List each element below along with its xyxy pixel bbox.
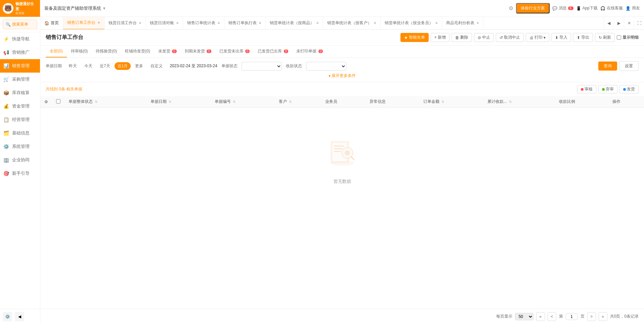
solution-button[interactable]: 体验行业方案: [516, 3, 550, 13]
tab-close-sales-product[interactable]: ✕: [316, 21, 319, 25]
status-filter-select[interactable]: [242, 62, 282, 71]
sidebar-item-system[interactable]: ⚙️ 系统管理: [0, 140, 40, 153]
dropdown-icon[interactable]: ▾: [103, 6, 105, 11]
query-button[interactable]: 查询: [598, 62, 617, 71]
tab-sales-workbench[interactable]: 销售订单工作台 ✕: [63, 17, 104, 30]
sidebar-item-basic[interactable]: 🗂️ 基础信息: [0, 126, 40, 140]
ship-button[interactable]: 发货: [619, 85, 639, 93]
sort-date-icon[interactable]: ⇅: [169, 100, 171, 104]
expand-icon: ▾: [329, 74, 331, 78]
subtab-shipped-not-out[interactable]: 已发货未出库 0: [215, 46, 254, 57]
message-button[interactable]: 💬 消息 6: [552, 5, 573, 11]
tab-sales-customer[interactable]: 销货单统计表（按客户） ✕: [323, 17, 381, 30]
cancel-stop-button[interactable]: ↺ 取消中止: [496, 33, 524, 42]
tab-maximize[interactable]: ⛶: [634, 17, 644, 30]
tab-close-sales-exec[interactable]: ✕: [259, 21, 261, 25]
tab-sales-stat[interactable]: 销售订单统计表 ✕: [183, 17, 224, 30]
payment-filter-select[interactable]: [306, 62, 346, 71]
app-download-button[interactable]: 📱 App下载: [576, 5, 598, 11]
page-size-select[interactable]: 50 100 200: [515, 313, 533, 320]
subtab-wangpu[interactable]: 旺铺待发货(0): [121, 46, 154, 57]
audit-button[interactable]: 审核: [577, 85, 596, 93]
subtab-not-printed[interactable]: 未打印单据 0: [292, 46, 327, 57]
date-btn-7days[interactable]: 近7天: [97, 62, 113, 70]
next-page-button[interactable]: >: [587, 312, 596, 321]
tab-close-cash-daily[interactable]: ✕: [139, 21, 141, 25]
sort-number-icon[interactable]: ⇅: [233, 100, 235, 104]
page-number-input[interactable]: [566, 313, 578, 320]
unaudit-button[interactable]: 弃审: [598, 85, 617, 93]
col-settings[interactable]: ⚙: [40, 96, 52, 108]
date-btn-today[interactable]: 今天: [81, 62, 95, 70]
col-checkbox[interactable]: [52, 96, 65, 108]
date-btn-more[interactable]: 更多: [132, 62, 146, 70]
delete-button[interactable]: 🗑 删除: [452, 33, 472, 42]
tab-close-margin[interactable]: ✕: [476, 21, 479, 25]
last-page-button[interactable]: »: [599, 312, 607, 321]
tab-margin[interactable]: 商品毛利分析表 ✕: [442, 17, 483, 30]
tab-sales-product[interactable]: 销货单统计表（按商品） ✕: [266, 17, 323, 30]
subtab-shipped-out[interactable]: 已发货已出库 0: [254, 46, 292, 57]
collapse-button[interactable]: ◀: [15, 312, 24, 321]
import-button[interactable]: ⬇ 导入: [551, 33, 571, 42]
date-btn-1month[interactable]: 近1月: [115, 62, 131, 70]
not-printed-badge: 0: [318, 49, 323, 53]
date-range-display: 2023-02-24 至 2023-03-24: [170, 63, 217, 69]
add-button[interactable]: + 新增: [431, 33, 449, 42]
tab-close-sales-workbench[interactable]: ✕: [97, 21, 100, 25]
tab-sales-exec[interactable]: 销售订单执行表 ✕: [224, 17, 266, 30]
sidebar-item-operations[interactable]: 📋 经营管理: [0, 113, 40, 126]
logo-icon: 🐻: [3, 3, 13, 14]
date-btn-yesterday[interactable]: 昨天: [66, 62, 80, 70]
tab-close-sales-customer[interactable]: ✕: [374, 21, 376, 25]
tab-scroll-left[interactable]: ◀: [604, 17, 614, 30]
subtab-overdue[interactable]: 到期未发货 0: [181, 46, 215, 57]
search-menu-button[interactable]: 🔍 搜索菜单: [3, 19, 37, 29]
select-all-checkbox[interactable]: [56, 99, 60, 104]
tab-scroll-right[interactable]: ▶: [614, 17, 624, 30]
tab-sales-staff[interactable]: 销货单统计表（按业务员） ✕: [381, 17, 442, 30]
subtab-all[interactable]: 全部(0): [46, 46, 67, 57]
settings-bottom-button[interactable]: ⚙️: [3, 312, 12, 321]
show-detail-label[interactable]: 显示明细: [617, 35, 639, 40]
smart-create-button[interactable]: ★ 智能生单: [400, 33, 429, 42]
stop-button[interactable]: ⊘ 中止: [474, 33, 494, 42]
show-detail-checkbox[interactable]: [617, 35, 621, 40]
tab-cash-daily[interactable]: 钱货日清工作台 ✕: [104, 17, 146, 30]
print-button[interactable]: 🖨 打印 ▾: [526, 33, 549, 42]
prev-page-button[interactable]: <: [548, 312, 556, 321]
sort-customer-icon[interactable]: ⇅: [289, 100, 292, 104]
sort-amount-icon[interactable]: ⇅: [441, 100, 444, 104]
tab-close-all[interactable]: ✕: [624, 17, 634, 30]
sort-collected-icon[interactable]: ⇅: [509, 100, 512, 104]
sidebar-item-enterprise[interactable]: 🏢 企业协同: [0, 153, 40, 167]
online-service-button[interactable]: 🎧 在线客服: [600, 5, 623, 11]
sidebar-item-inventory[interactable]: 📦 库存核算: [0, 86, 40, 99]
tab-close-sales-stat[interactable]: ✕: [217, 21, 220, 25]
sidebar-item-guide[interactable]: 🎯 新手引导: [0, 167, 40, 180]
col-number: 单据编号 ⇅: [211, 96, 275, 108]
first-page-button[interactable]: «: [536, 312, 545, 321]
data-table-container[interactable]: ⚙ 单据整体状态 ⇅ 单据日期 ⇅ 单据编号 ⇅ 客户 ⇅ 业务员 异常信息 订…: [40, 96, 644, 309]
set-button[interactable]: 设置: [619, 61, 639, 71]
tab-close-sales-staff[interactable]: ✕: [435, 21, 438, 25]
refresh-button[interactable]: ↻ 刷新: [595, 33, 615, 42]
sort-status-icon[interactable]: ⇅: [95, 100, 97, 104]
sidebar-item-finance[interactable]: 💰 资金管理: [0, 99, 40, 113]
subtab-pending[interactable]: 待审核(0): [67, 46, 92, 57]
sidebar-item-quick[interactable]: ⚡ 快捷导航: [0, 32, 40, 46]
sidebar-item-marketing[interactable]: 📢 营销推广: [0, 46, 40, 59]
tab-cash-reconcile[interactable]: 钱货日清对账 ✕: [146, 17, 183, 30]
export-button[interactable]: ⬆ 导出: [573, 33, 593, 42]
sidebar-item-purchase[interactable]: 🛒 采购管理: [0, 73, 40, 86]
tab-close-cash-reconcile[interactable]: ✕: [176, 21, 179, 25]
date-btn-custom[interactable]: 自定义: [147, 62, 166, 70]
subtab-inspect[interactable]: 待拣验货(0): [92, 46, 121, 57]
tab-home[interactable]: 🏠 首页: [40, 17, 63, 30]
expand-filter-button[interactable]: ▾ 展开更多条件: [329, 73, 356, 79]
settings-icon[interactable]: ⚙: [509, 5, 513, 11]
sidebar: 🐻 畅捷通好生意 标准版 🔍 搜索菜单 ⚡ 快捷导航 📢 营销推广 📊 销售管理…: [0, 0, 40, 324]
subtab-not-shipped[interactable]: 未发货 0: [154, 46, 181, 57]
sidebar-item-sales[interactable]: 📊 销售管理: [0, 59, 40, 73]
user-button[interactable]: 👤 用友: [626, 5, 640, 11]
